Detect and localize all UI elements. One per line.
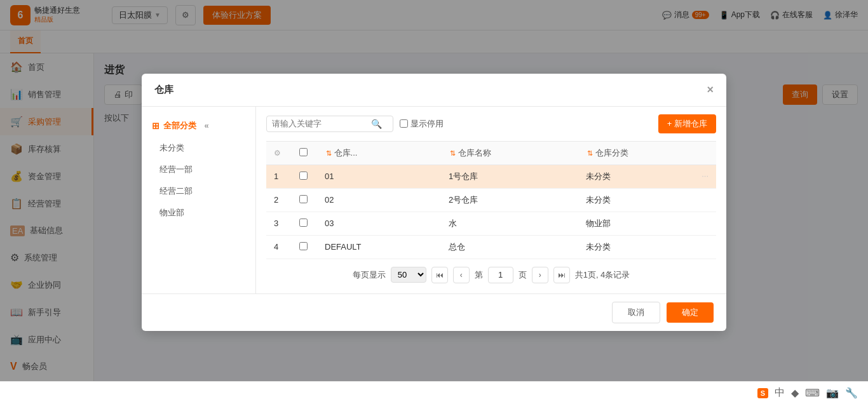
table-row[interactable]: 1 01 1号仓库 未分类 ··· bbox=[266, 165, 716, 188]
category-item-ops1[interactable]: 经营一部 bbox=[142, 159, 255, 180]
modal-body: ⊞ 全部分类 « 未分类 经营一部 经营二部 物业部 bbox=[142, 107, 726, 293]
diamond-icon[interactable]: ◆ bbox=[791, 387, 799, 399]
cell-category-2: 未分类 bbox=[578, 188, 716, 212]
add-warehouse-button[interactable]: + 新增仓库 bbox=[658, 114, 716, 133]
next-page-button[interactable]: › bbox=[532, 267, 548, 283]
category-item-property[interactable]: 物业部 bbox=[142, 202, 255, 224]
cell-num-1: 1 bbox=[266, 165, 292, 188]
row-checkbox-3[interactable] bbox=[299, 219, 308, 227]
cell-checkbox-4[interactable] bbox=[292, 235, 317, 259]
category-label-unclassified: 未分类 bbox=[159, 143, 184, 152]
modal-header: 仓库 × bbox=[142, 74, 726, 107]
search-input-wrap[interactable]: 🔍 bbox=[266, 116, 393, 132]
sort-code-icon: ⇅ bbox=[326, 149, 332, 157]
cell-code-4: DEFAULT bbox=[317, 235, 441, 259]
category-panel: ⊞ 全部分类 « 未分类 经营一部 经营二部 物业部 bbox=[142, 107, 256, 293]
cell-checkbox-3[interactable] bbox=[292, 212, 317, 235]
row-checkbox-4[interactable] bbox=[299, 242, 308, 250]
page-unit-label: 页 bbox=[519, 269, 527, 281]
table-header-row: ⚙ ⇅ 仓库... ⇅ 仓库名称 ⇅ 仓库分类 bbox=[266, 141, 716, 165]
cell-name-2: 2号仓库 bbox=[441, 188, 579, 212]
th-name: ⇅ 仓库名称 bbox=[441, 141, 579, 165]
category-label-property: 物业部 bbox=[159, 208, 184, 217]
cell-code-2: 02 bbox=[317, 188, 441, 212]
page-number-input[interactable] bbox=[488, 267, 513, 283]
show-disabled-checkbox[interactable] bbox=[400, 119, 408, 128]
sort-name-icon: ⇅ bbox=[450, 149, 456, 157]
table-row[interactable]: 4 DEFAULT 总仓 未分类 bbox=[266, 235, 716, 259]
warehouse-modal: 仓库 × ⊞ 全部分类 « 未分类 经营一部 经营二部 bbox=[142, 74, 726, 331]
th-code: ⇅ 仓库... bbox=[317, 141, 441, 165]
cancel-button[interactable]: 取消 bbox=[612, 302, 660, 323]
bottom-bar: S 中 ◆ ⌨ 📷 🔧 bbox=[0, 381, 868, 404]
th-checkbox bbox=[292, 141, 317, 165]
table-row[interactable]: 2 02 2号仓库 未分类 bbox=[266, 188, 716, 212]
search-icon: 🔍 bbox=[371, 119, 382, 129]
category-label-ops2: 经营二部 bbox=[159, 186, 193, 196]
cell-category-4: 未分类 bbox=[578, 235, 716, 259]
category-item-ops2[interactable]: 经营二部 bbox=[142, 180, 255, 202]
cell-category-3: 物业部 bbox=[578, 212, 716, 235]
cell-name-4: 总仓 bbox=[441, 235, 579, 259]
table-container: ⚙ ⇅ 仓库... ⇅ 仓库名称 ⇅ 仓库分类 1 01 bbox=[266, 141, 716, 259]
modal-overlay: 仓库 × ⊞ 全部分类 « 未分类 经营一部 经营二部 bbox=[0, 0, 868, 404]
last-page-button[interactable]: ⏭ bbox=[553, 267, 570, 283]
th-category: ⇅ 仓库分类 bbox=[578, 141, 716, 165]
cell-name-3: 水 bbox=[441, 212, 579, 235]
modal-close-button[interactable]: × bbox=[707, 84, 714, 95]
chinese-input-icon[interactable]: 中 bbox=[775, 386, 785, 400]
cell-category-1: 未分类 ··· bbox=[578, 165, 716, 188]
warehouse-table: ⚙ ⇅ 仓库... ⇅ 仓库名称 ⇅ 仓库分类 1 01 bbox=[266, 141, 716, 259]
table-toolbar: 🔍 显示停用 + 新增仓库 bbox=[266, 114, 716, 133]
category-label-ops1: 经营一部 bbox=[159, 165, 193, 174]
category-item-unclassified[interactable]: 未分类 bbox=[142, 137, 255, 159]
show-disabled-label[interactable]: 显示停用 bbox=[400, 118, 444, 130]
tools-icon[interactable]: 🔧 bbox=[845, 387, 858, 399]
confirm-button[interactable]: 确定 bbox=[667, 302, 714, 323]
total-label: 共1页, 4条记录 bbox=[575, 269, 630, 281]
pagination: 每页显示 50 100 200 ⏮ ‹ 第 页 › ⏭ 共1页, 4条记录 bbox=[266, 259, 716, 286]
table-row[interactable]: 3 03 水 物业部 bbox=[266, 212, 716, 235]
select-all-checkbox[interactable] bbox=[299, 148, 308, 156]
search-input[interactable] bbox=[272, 119, 367, 128]
logo-s-icon: S bbox=[757, 388, 768, 398]
cell-name-1: 1号仓库 bbox=[441, 165, 579, 188]
first-page-button[interactable]: ⏮ bbox=[431, 267, 448, 283]
camera-icon[interactable]: 📷 bbox=[826, 387, 839, 399]
collapse-button[interactable]: « bbox=[200, 119, 213, 132]
sort-category-icon: ⇅ bbox=[587, 149, 593, 157]
per-page-label: 每页显示 bbox=[353, 269, 386, 281]
all-categories-label: 全部分类 bbox=[163, 120, 196, 131]
keyboard-icon[interactable]: ⌨ bbox=[805, 387, 820, 399]
page-size-select[interactable]: 50 100 200 bbox=[391, 267, 426, 283]
table-panel: 🔍 显示停用 + 新增仓库 ⚙ bbox=[256, 107, 726, 293]
cell-checkbox-1[interactable] bbox=[292, 165, 317, 188]
cell-num-4: 4 bbox=[266, 235, 292, 259]
th-settings: ⚙ bbox=[266, 141, 292, 165]
cell-num-3: 3 bbox=[266, 212, 292, 235]
cell-num-2: 2 bbox=[266, 188, 292, 212]
row-checkbox-1[interactable] bbox=[299, 172, 308, 180]
cell-code-3: 03 bbox=[317, 212, 441, 235]
modal-title: 仓库 bbox=[154, 84, 173, 96]
all-categories-item[interactable]: ⊞ 全部分类 « bbox=[142, 114, 255, 137]
row-checkbox-2[interactable] bbox=[299, 195, 308, 203]
cell-checkbox-2[interactable] bbox=[292, 188, 317, 212]
page-prefix-label: 第 bbox=[475, 269, 483, 281]
cell-code-1: 01 bbox=[317, 165, 441, 188]
settings-col-icon: ⚙ bbox=[274, 149, 281, 158]
prev-page-button[interactable]: ‹ bbox=[453, 267, 470, 283]
modal-footer: 取消 确定 bbox=[142, 293, 726, 331]
grid-icon: ⊞ bbox=[152, 121, 159, 131]
